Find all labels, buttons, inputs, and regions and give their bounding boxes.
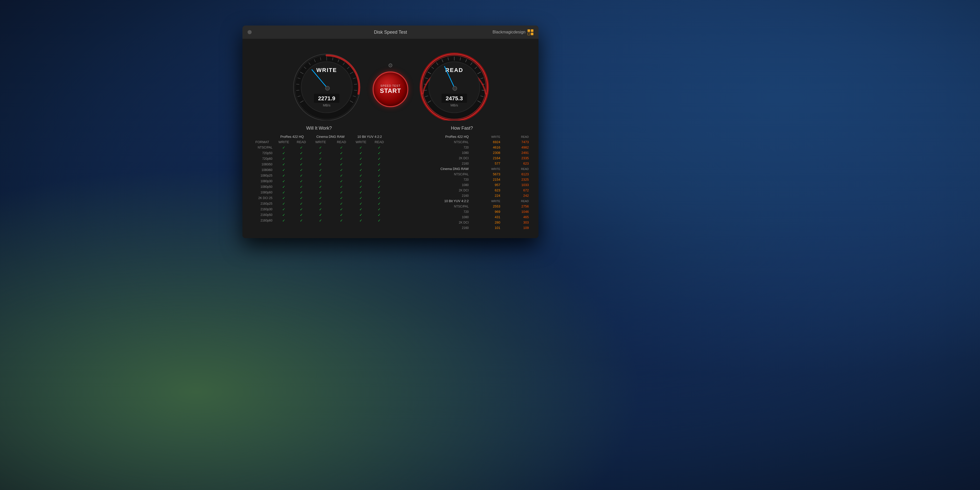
check-mark: ✓ xyxy=(340,162,343,166)
check-mark: ✓ xyxy=(360,157,363,161)
check-mark: ✓ xyxy=(340,185,343,189)
check-mark: ✓ xyxy=(300,157,303,161)
close-button[interactable] xyxy=(248,30,251,34)
table-row: NTSC/PAL56736123 xyxy=(393,172,531,177)
table-row: 1080p25✓✓✓✓✓✓ xyxy=(250,173,388,178)
col-header-cinema: Cinema DNG RAW xyxy=(310,134,351,139)
settings-gear-icon[interactable]: ⚙ xyxy=(388,62,393,69)
check-mark: ✓ xyxy=(378,190,381,194)
check-mark: ✓ xyxy=(360,162,363,166)
check-mark: ✓ xyxy=(300,196,303,200)
table-row: 108023082491 xyxy=(393,150,531,156)
brand-sq-1 xyxy=(528,29,530,32)
check-mark: ✓ xyxy=(300,190,303,194)
check-mark: ✓ xyxy=(300,151,303,155)
svg-text:WRITE: WRITE xyxy=(317,67,337,73)
cinema-read-header: READ xyxy=(332,139,352,145)
table-row: 2K DCI623672 xyxy=(393,188,531,193)
brand-sq-4 xyxy=(531,33,533,35)
check-mark: ✓ xyxy=(378,157,381,161)
write-gauge: WRITE 2271.9 MB/s xyxy=(288,49,365,121)
table-row: NTSC/PAL25532756 xyxy=(393,204,531,209)
table-row: 72046164982 xyxy=(393,145,531,150)
format-col-header: FORMAT xyxy=(250,139,274,145)
check-mark: ✓ xyxy=(360,207,363,211)
start-button-container: ⚙ SPEED TEST START xyxy=(365,62,416,107)
check-mark: ✓ xyxy=(378,202,381,206)
check-mark: ✓ xyxy=(300,168,303,172)
table-row: 720p60✓✓✓✓✓✓ xyxy=(250,156,388,162)
check-mark: ✓ xyxy=(360,173,363,178)
check-mark: ✓ xyxy=(340,173,343,178)
gauges-section: WRITE 2271.9 MB/s ⚙ xyxy=(248,44,533,123)
check-mark: ✓ xyxy=(378,145,381,150)
brand-icon xyxy=(528,29,533,35)
table-row: 2K DCI21642335 xyxy=(393,156,531,161)
tables-section: Will It Work? ProRes 422 HQ Cinema DNG R… xyxy=(248,123,533,233)
check-mark: ✓ xyxy=(360,196,363,200)
check-mark: ✓ xyxy=(319,218,322,223)
read-gauge-svg: READ 2475.3 MB/s xyxy=(416,49,493,121)
will-it-work-table: ProRes 422 HQ Cinema DNG RAW 10 Bit YUV … xyxy=(250,134,388,223)
check-mark: ✓ xyxy=(319,157,322,161)
table-row: 1080p30✓✓✓✓✓✓ xyxy=(250,178,388,184)
svg-text:MB/s: MB/s xyxy=(450,103,458,107)
check-mark: ✓ xyxy=(300,162,303,166)
table-row: 2K DCI 25✓✓✓✓✓✓ xyxy=(250,195,388,201)
check-mark: ✓ xyxy=(282,157,285,161)
table-row: 1080p50✓✓✓✓✓✓ xyxy=(250,184,388,189)
check-mark: ✓ xyxy=(319,168,322,172)
will-it-work-section: Will It Work? ProRes 422 HQ Cinema DNG R… xyxy=(250,126,388,231)
check-mark: ✓ xyxy=(378,213,381,217)
app-window: Disk Speed Test Blackmagicdesign xyxy=(242,25,538,238)
check-mark: ✓ xyxy=(378,185,381,189)
check-mark: ✓ xyxy=(360,151,363,155)
brand-logo: Blackmagicdesign xyxy=(493,29,533,35)
table-row: NTSC/PAL69247473 xyxy=(393,139,531,145)
check-mark: ✓ xyxy=(360,179,363,183)
will-it-work-title: Will It Work? xyxy=(250,126,388,131)
table-row: 2160p30✓✓✓✓✓✓ xyxy=(250,207,388,212)
window-title: Disk Speed Test xyxy=(374,30,407,35)
check-mark: ✓ xyxy=(300,207,303,211)
check-mark: ✓ xyxy=(282,168,285,172)
speed-test-start-button[interactable]: SPEED TEST START xyxy=(372,72,408,107)
section-header-row: 10 Bit YUV 4:2:2WRITEREAD xyxy=(393,198,531,204)
check-mark: ✓ xyxy=(300,202,303,206)
table-row: 72021542325 xyxy=(393,177,531,182)
col-header-10bit: 10 Bit YUV 4:2:2 xyxy=(352,134,388,139)
table-row: 1080p60✓✓✓✓✓✓ xyxy=(250,189,388,195)
how-fast-table: ProRes 422 HQWRITEREADNTSC/PAL6924747372… xyxy=(393,134,531,231)
check-mark: ✓ xyxy=(300,218,303,223)
yuv-write-header: WRITE xyxy=(352,139,371,145)
check-mark: ✓ xyxy=(282,151,285,155)
check-mark: ✓ xyxy=(319,196,322,200)
check-mark: ✓ xyxy=(378,218,381,223)
table-row: NTSC/PAL✓✓✓✓✓✓ xyxy=(250,145,388,150)
check-mark: ✓ xyxy=(340,196,343,200)
check-mark: ✓ xyxy=(360,145,363,150)
table-row: 2K DCI280303 xyxy=(393,220,531,225)
table-row: 1080431465 xyxy=(393,215,531,220)
check-mark: ✓ xyxy=(340,179,343,183)
check-mark: ✓ xyxy=(378,162,381,166)
check-mark: ✓ xyxy=(319,190,322,194)
svg-text:READ: READ xyxy=(445,67,463,73)
read-gauge: READ 2475.3 MB/s xyxy=(416,49,493,121)
check-mark: ✓ xyxy=(319,151,322,155)
check-mark: ✓ xyxy=(282,145,285,150)
svg-text:2475.3: 2475.3 xyxy=(445,95,463,102)
table-row: 2160p25✓✓✓✓✓✓ xyxy=(250,201,388,207)
check-mark: ✓ xyxy=(319,185,322,189)
check-mark: ✓ xyxy=(282,173,285,178)
cinema-write-header: WRITE xyxy=(310,139,331,145)
table-row: 1080i50✓✓✓✓✓✓ xyxy=(250,162,388,167)
check-mark: ✓ xyxy=(282,207,285,211)
check-mark: ✓ xyxy=(340,145,343,150)
how-fast-section: How Fast? ProRes 422 HQWRITEREADNTSC/PAL… xyxy=(393,126,531,231)
table-row: 2160577623 xyxy=(393,161,531,166)
table-row: 7209691046 xyxy=(393,209,531,215)
check-mark: ✓ xyxy=(282,218,285,223)
check-mark: ✓ xyxy=(300,213,303,217)
check-mark: ✓ xyxy=(282,185,285,189)
